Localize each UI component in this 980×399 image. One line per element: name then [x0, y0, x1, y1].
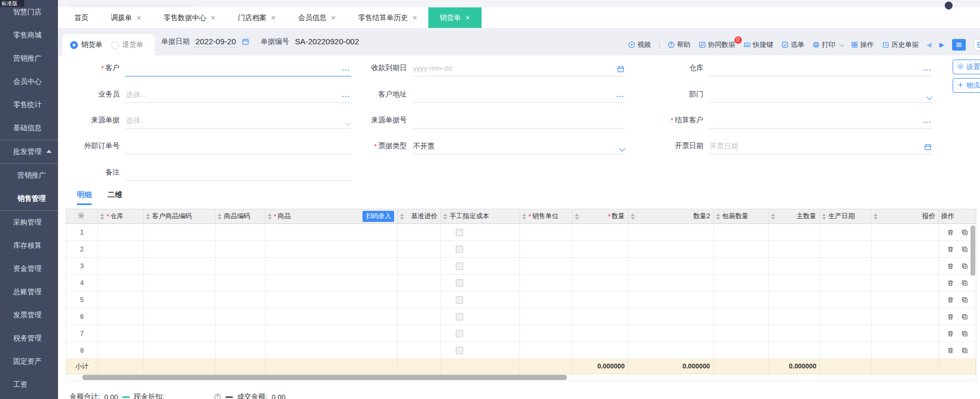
- cell-基准进价[interactable]: [398, 325, 441, 342]
- cell-客户商品编码[interactable]: [144, 342, 215, 358]
- horizontal-scrollbar-thumb[interactable]: [82, 375, 567, 380]
- detail-tab-二维[interactable]: 二维: [107, 190, 122, 205]
- cell-手工指定成本[interactable]: [441, 325, 520, 342]
- cell-商品[interactable]: [266, 224, 398, 240]
- cell-手工指定成本[interactable]: [441, 258, 520, 274]
- manual-cost-checkbox[interactable]: [456, 229, 463, 236]
- copy-row-icon[interactable]: [961, 330, 968, 337]
- cell-商品[interactable]: [266, 342, 398, 358]
- cell-客户商品编码[interactable]: [144, 258, 215, 274]
- copy-row-icon[interactable]: [961, 279, 968, 287]
- cell-客户商品编码[interactable]: [144, 275, 215, 291]
- close-icon[interactable]: ✕: [465, 14, 471, 22]
- cell-包装数量[interactable]: [714, 241, 769, 257]
- sort-carets-icon[interactable]: [268, 213, 272, 220]
- action-协同数据[interactable]: 协同数据0: [699, 40, 736, 50]
- sidebar-item-零售商城[interactable]: 零售商城: [0, 24, 58, 47]
- close-icon[interactable]: ✕: [136, 14, 142, 22]
- horizontal-scrollbar-track[interactable]: [66, 374, 976, 381]
- cell-数量[interactable]: [573, 342, 629, 358]
- sort-carets-icon[interactable]: [218, 213, 222, 220]
- cell-数量[interactable]: [573, 308, 629, 325]
- manual-cost-checkbox[interactable]: [456, 279, 463, 287]
- cell-客户商品编码[interactable]: [144, 308, 215, 325]
- cell-商品编码[interactable]: [215, 291, 266, 308]
- cell-仓库[interactable]: [98, 342, 144, 358]
- cell-生产日期[interactable]: [820, 224, 871, 240]
- vertical-scrollbar[interactable]: [971, 226, 975, 276]
- more-options-icon[interactable]: ···: [342, 67, 350, 73]
- sidebar-item-基础信息[interactable]: 基础信息: [0, 116, 58, 140]
- sort-carets-icon[interactable]: [771, 213, 775, 220]
- cell-手工指定成本[interactable]: [441, 308, 520, 325]
- cell-数量2[interactable]: [629, 291, 714, 308]
- col-header-商品编码[interactable]: 商品编码: [215, 209, 266, 223]
- dropdown-chevron-icon[interactable]: [346, 121, 350, 125]
- sidebar-item-销售管理[interactable]: 销售管理: [0, 187, 58, 210]
- cell-商品编码[interactable]: [215, 342, 266, 358]
- action-打印[interactable]: 打印: [812, 40, 843, 50]
- cell-报价[interactable]: [871, 325, 939, 342]
- cell-销售单位[interactable]: [520, 291, 573, 308]
- cell-商品[interactable]: [266, 325, 398, 342]
- sort-carets-icon[interactable]: [100, 213, 104, 220]
- cell-手工指定成本[interactable]: [441, 224, 520, 240]
- sort-carets-icon[interactable]: [822, 213, 826, 220]
- dropdown-chevron-icon[interactable]: [620, 147, 624, 151]
- cell-商品编码[interactable]: [215, 308, 266, 325]
- delete-row-icon[interactable]: [947, 229, 954, 236]
- field-input-客户[interactable]: ···: [125, 61, 351, 76]
- cell-数量2[interactable]: [629, 325, 714, 342]
- sidebar-item-库存核算[interactable]: 库存核算: [0, 234, 58, 257]
- delete-row-icon[interactable]: [947, 347, 954, 354]
- dropdown-chevron-icon[interactable]: [927, 95, 932, 99]
- delete-row-icon[interactable]: [947, 246, 954, 253]
- sidebar-item-总账管理[interactable]: 总账管理: [0, 280, 58, 304]
- cell-销售单位[interactable]: [520, 275, 573, 291]
- user-avatar[interactable]: [945, 2, 953, 9]
- cell-商品[interactable]: [266, 308, 398, 325]
- delete-row-icon[interactable]: [947, 330, 954, 337]
- field-input-客户地址[interactable]: ···: [412, 87, 625, 103]
- split-view-button[interactable]: [974, 39, 980, 51]
- delete-row-icon[interactable]: [947, 296, 954, 304]
- calendar-icon[interactable]: [242, 38, 249, 45]
- cell-主数量[interactable]: [769, 275, 820, 291]
- cell-销售单位[interactable]: [520, 241, 573, 257]
- manual-cost-checkbox[interactable]: [456, 313, 463, 320]
- cell-客户商品编码[interactable]: [144, 241, 215, 257]
- cell-仓库[interactable]: [98, 308, 144, 325]
- cell-销售单位[interactable]: [520, 325, 573, 342]
- prev-doc-arrow[interactable]: ◀: [927, 41, 932, 48]
- cell-生产日期[interactable]: [820, 258, 871, 274]
- cell-主数量[interactable]: [769, 291, 820, 308]
- delete-row-icon[interactable]: [947, 262, 954, 270]
- cell-主数量[interactable]: [769, 241, 820, 257]
- cell-包装数量[interactable]: [714, 325, 769, 342]
- cell-数量2[interactable]: [629, 342, 714, 358]
- col-header-数量2[interactable]: 数量2: [629, 209, 714, 223]
- manual-cost-checkbox[interactable]: [456, 330, 463, 337]
- close-icon[interactable]: ✕: [412, 14, 417, 22]
- cell-仓库[interactable]: [98, 291, 144, 308]
- more-options-icon[interactable]: ···: [342, 94, 350, 99]
- col-header-客户商品编码[interactable]: 客户商品编码: [144, 209, 215, 223]
- field-input-结算客户[interactable]: ···: [709, 113, 933, 129]
- cell-商品编码[interactable]: [215, 325, 266, 342]
- col-header-销售单位[interactable]: *销售单位: [520, 209, 573, 223]
- cell-仓库[interactable]: [98, 224, 144, 240]
- cell-包装数量[interactable]: [714, 258, 769, 274]
- list-view-button[interactable]: [952, 39, 966, 51]
- cell-客户商品编码[interactable]: [144, 325, 215, 342]
- col-header-手工指定成本[interactable]: 手工指定成本: [441, 209, 520, 223]
- copy-row-icon[interactable]: [961, 246, 968, 253]
- more-options-icon[interactable]: ···: [616, 94, 624, 99]
- sidebar-item-营销推广[interactable]: 营销推广: [0, 164, 58, 187]
- sidebar-item-零售统计[interactable]: 零售统计: [0, 93, 58, 116]
- cell-销售单位[interactable]: [520, 342, 573, 358]
- field-input-开票日期[interactable]: 开票日期: [709, 139, 933, 154]
- more-options-icon[interactable]: ···: [923, 67, 932, 73]
- sidebar-item-采购管理[interactable]: 采购管理: [0, 211, 58, 234]
- field-input-备注[interactable]: [125, 165, 351, 181]
- cell-操作[interactable]: [939, 275, 976, 291]
